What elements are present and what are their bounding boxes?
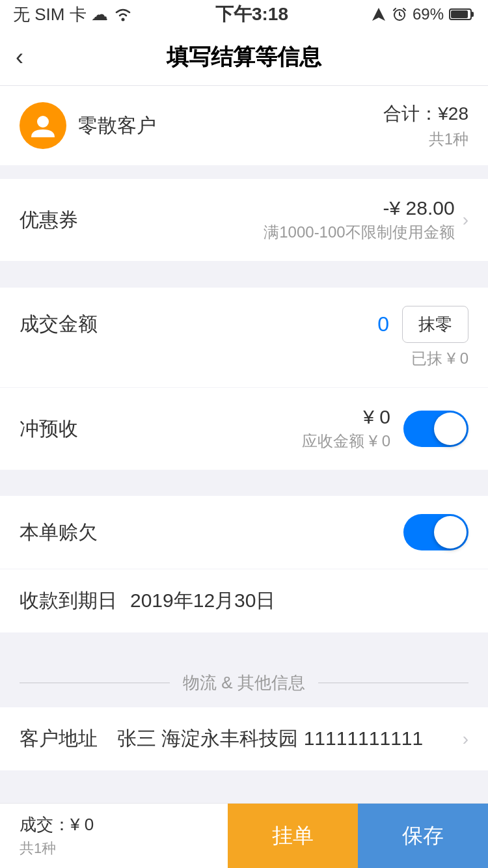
- coupon-right: -¥ 28.00 满1000-100不限制使用金额 ›: [264, 197, 468, 243]
- debt-label: 本单赊欠: [20, 519, 98, 546]
- status-right: 69%: [371, 5, 475, 23]
- customer-total: 合计：¥28: [383, 102, 468, 126]
- debt-toggle-knob: [434, 516, 467, 549]
- toggle-knob: [434, 413, 467, 445]
- customer-row: 零散客户 合计：¥28 共1种: [0, 86, 488, 166]
- duedate-row[interactable]: 收款到期日 2019年12月30日: [0, 569, 488, 632]
- battery-icon: [449, 7, 475, 21]
- svg-point-0: [121, 18, 124, 21]
- prereceive-toggle[interactable]: [403, 411, 468, 447]
- logistics-header: 物流 & 其他信息: [0, 658, 488, 707]
- divider-1: [0, 275, 488, 288]
- prereceive-main: ¥ 0: [302, 406, 390, 428]
- debt-toggle[interactable]: [403, 514, 468, 550]
- logistics-title: 物流 & 其他信息: [183, 671, 305, 694]
- customer-name: 零散客户: [78, 113, 156, 139]
- bottom-footer: 成交：¥ 0 共1种 挂单 保存: [0, 803, 488, 868]
- battery-percent: 69%: [413, 5, 444, 23]
- prereceive-amounts: ¥ 0 应收金额 ¥ 0: [302, 406, 390, 452]
- prereceive-label: 冲预收: [20, 416, 78, 442]
- deal-amount-row: 成交金额 0 抹零 已抹 ¥ 0: [0, 288, 488, 388]
- svg-line-3: [400, 15, 401, 16]
- logistics-line-right: [318, 683, 468, 683]
- coupon-discount: -¥ 28.00: [264, 197, 454, 219]
- prereceive-sub: 应收金额 ¥ 0: [302, 431, 390, 452]
- save-button[interactable]: 保存: [358, 804, 488, 868]
- deal-section: 成交金额 0 抹零 已抹 ¥ 0 冲预收 ¥ 0 应收金额 ¥ 0: [0, 288, 488, 470]
- status-left: 无 SIM 卡 ☁: [13, 3, 133, 26]
- coupon-value-wrapper: -¥ 28.00 满1000-100不限制使用金额: [264, 197, 454, 243]
- prereceive-right: ¥ 0 应收金额 ¥ 0: [302, 406, 468, 452]
- page-title: 填写结算等信息: [167, 42, 321, 72]
- coupon-row[interactable]: 优惠券 -¥ 28.00 满1000-100不限制使用金额 ›: [0, 179, 488, 262]
- coupon-section: 优惠券 -¥ 28.00 满1000-100不限制使用金额 ›: [0, 179, 488, 262]
- wifi-icon: [113, 7, 133, 21]
- status-time: 下午3:18: [215, 2, 288, 27]
- location-icon: [371, 7, 386, 22]
- deal-right: 0 抹零: [377, 306, 468, 343]
- address-row[interactable]: 客户地址 张三 海淀永丰科技园 11111111111 ›: [0, 707, 488, 770]
- address-value: 张三 海淀永丰科技园 11111111111: [117, 726, 443, 752]
- svg-rect-8: [451, 10, 468, 18]
- divider-2: [0, 483, 488, 496]
- customer-avatar: [20, 102, 66, 149]
- footer-deal: 成交：¥ 0: [20, 813, 208, 836]
- chevron-right-icon: ›: [463, 210, 468, 230]
- deal-row-top: 成交金额 0 抹零: [20, 306, 468, 343]
- alarm-icon: [392, 7, 407, 22]
- customer-totals: 合计：¥28 共1种: [383, 102, 468, 150]
- svg-point-9: [37, 116, 49, 128]
- duedate-value: 2019年12月30日: [130, 588, 275, 614]
- sim-status: 无 SIM 卡 ☁: [13, 3, 108, 26]
- deal-sub: 已抹 ¥ 0: [20, 348, 468, 369]
- divider-3: [0, 645, 488, 658]
- status-bar: 无 SIM 卡 ☁ 下午3:18 69%: [0, 0, 488, 29]
- customer-count: 共1种: [383, 129, 468, 150]
- svg-line-5: [403, 8, 405, 10]
- address-chevron-icon: ›: [463, 729, 468, 750]
- duedate-label: 收款到期日: [20, 588, 117, 614]
- address-label: 客户地址: [20, 726, 98, 752]
- prereceive-row: 冲预收 ¥ 0 应收金额 ¥ 0: [0, 388, 488, 470]
- nav-bar: ‹ 填写结算等信息: [0, 29, 488, 86]
- back-button[interactable]: ‹: [16, 44, 23, 71]
- debt-section: 本单赊欠 收款到期日 2019年12月30日: [0, 496, 488, 632]
- pending-button[interactable]: 挂单: [228, 804, 358, 868]
- round-button[interactable]: 抹零: [402, 306, 468, 343]
- deal-amount-value: 0: [377, 312, 389, 336]
- footer-deal-amount: ¥ 0: [70, 815, 94, 834]
- footer-info: 成交：¥ 0 共1种: [0, 804, 228, 868]
- person-icon: [29, 111, 57, 140]
- logistics-line-left: [20, 683, 170, 683]
- footer-deal-label: 成交：: [20, 815, 70, 834]
- debt-row: 本单赊欠: [0, 496, 488, 569]
- customer-section: 零散客户 合计：¥28 共1种: [0, 86, 488, 166]
- footer-count: 共1种: [20, 839, 208, 858]
- address-section: 客户地址 张三 海淀永丰科技园 11111111111 ›: [0, 707, 488, 770]
- coupon-label: 优惠券: [20, 207, 78, 234]
- svg-rect-7: [471, 12, 474, 17]
- deal-label: 成交金额: [20, 311, 98, 338]
- customer-left: 零散客户: [20, 102, 156, 149]
- svg-line-4: [394, 8, 396, 10]
- coupon-desc: 满1000-100不限制使用金额: [264, 222, 454, 243]
